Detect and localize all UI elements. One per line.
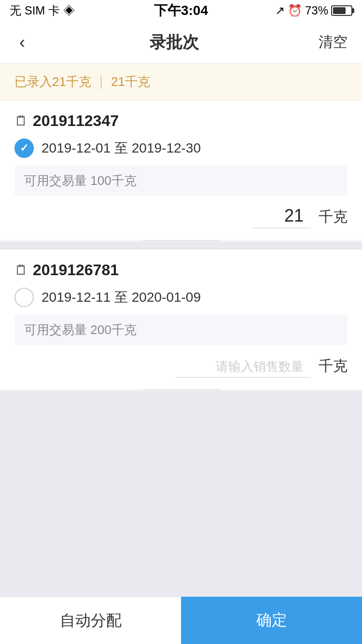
card-separator-1 — [0, 242, 362, 250]
divider-1 — [142, 240, 220, 241]
batch-date-2: 2019-12-11 至 2020-01-09 — [42, 288, 201, 307]
summary-label: 已录入21千克 — [14, 73, 91, 90]
batch-card-2: 🗒 2019126781 2019-12-11 至 2020-01-09 可用交… — [0, 250, 362, 390]
batch-card-1: 🗒 2019112347 2019-12-01 至 2019-12-30 可用交… — [0, 100, 362, 241]
batch-qty-row-2: 千克 — [0, 345, 362, 390]
location-icon: ↗ — [275, 4, 285, 17]
batch-avail-1: 可用交易量 100千克 — [14, 166, 348, 196]
batch-qty-input-1[interactable] — [253, 206, 311, 226]
summary-divider — [101, 75, 101, 89]
qty-underline-1 — [253, 206, 311, 228]
divider-2 — [142, 390, 220, 390]
batch-unit-1: 千克 — [319, 207, 348, 227]
status-time: 下午3:04 — [154, 1, 208, 20]
back-button[interactable]: ‹ — [14, 28, 30, 57]
battery-icon — [331, 5, 352, 16]
batch-qty-row-1: 千克 — [0, 196, 362, 240]
batch-avail-2: 可用交易量 200千克 — [14, 315, 348, 345]
status-bar: 无 SIM 卡 ◈ 下午3:04 ↗ ⏰ 73% — [0, 0, 362, 21]
batch-checkbox-2[interactable] — [14, 288, 34, 307]
batch-id-1: 2019112347 — [33, 112, 119, 130]
summary-bar: 已录入21千克 21千克 — [0, 64, 362, 100]
status-right: ↗ ⏰ 73% — [275, 4, 352, 17]
status-left: 无 SIM 卡 ◈ — [10, 3, 75, 18]
batch-unit-2: 千克 — [319, 356, 348, 376]
batch-id-2: 2019126781 — [33, 261, 119, 279]
batch-qty-input-2[interactable] — [176, 355, 311, 375]
batch-header-2: 🗒 2019126781 — [0, 250, 362, 284]
clear-button[interactable]: 清空 — [319, 32, 348, 52]
qty-underline-2 — [176, 355, 311, 378]
confirm-button[interactable]: 确定 — [181, 597, 362, 644]
batch-date-1: 2019-12-01 至 2019-12-30 — [42, 139, 201, 157]
batch-date-row-1: 2019-12-01 至 2019-12-30 — [0, 135, 362, 162]
auto-distribute-button[interactable]: 自动分配 — [0, 597, 181, 644]
batch-date-row-2: 2019-12-11 至 2020-01-09 — [0, 284, 362, 311]
batch-checkbox-1[interactable] — [14, 139, 34, 158]
batch-icon-2: 🗒 — [14, 262, 28, 278]
batch-icon-1: 🗒 — [14, 113, 28, 129]
page-title: 录批次 — [150, 31, 199, 54]
alarm-icon: ⏰ — [288, 4, 302, 17]
summary-amount: 21千克 — [111, 73, 150, 90]
sim-status: 无 SIM 卡 ◈ — [10, 3, 75, 18]
batch-header-1: 🗒 2019112347 — [0, 100, 362, 135]
bottom-actions: 自动分配 确定 — [0, 597, 362, 644]
battery-percent: 73% — [305, 4, 328, 17]
nav-bar: ‹ 录批次 清空 — [0, 21, 362, 64]
